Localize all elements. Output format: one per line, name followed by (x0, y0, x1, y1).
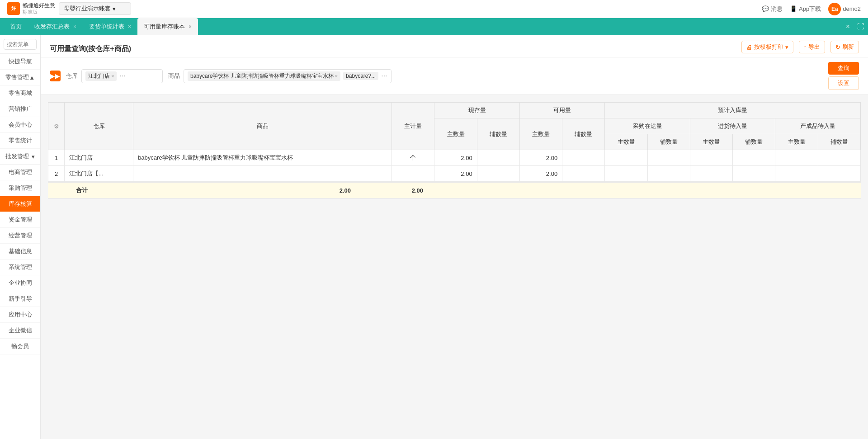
sidebar-inventory-label: 库存核算 (9, 200, 32, 208)
tab-available-stock[interactable]: 可用量库存账本 × (137, 18, 198, 35)
footer-values: 2.00 2.00 (120, 187, 856, 194)
export-label: 导出 (808, 43, 820, 51)
sidebar-item-member-plus[interactable]: 畅会员 (0, 339, 40, 354)
tab-home[interactable]: 首页 (4, 18, 28, 35)
product-filter-dots[interactable]: ··· (381, 72, 387, 80)
message-action[interactable]: 💬 消息 (762, 5, 783, 13)
footer-label: 合计 (52, 186, 111, 194)
sidebar-item-ecommerce-mgmt[interactable]: 电商管理 (0, 165, 40, 180)
sidebar-item-retail-mgmt[interactable]: 零售管理 ▲ (0, 70, 40, 85)
warehouse-tag-close[interactable]: × (111, 73, 114, 79)
tab-receipt-summary[interactable]: 收发存汇总表 × (28, 18, 83, 35)
sidebar-item-retail-mall[interactable]: 零售商城 (0, 85, 40, 101)
industry-selector[interactable]: 母婴行业演示账套 ▾ (59, 2, 131, 15)
tab-available-label: 可用量库存账本 (144, 23, 185, 31)
chevron-icon: ▲ (29, 74, 35, 81)
chevron-print-icon: ▾ (785, 44, 788, 51)
table-footer: 合计 2.00 2.00 (48, 182, 861, 198)
cell-available-main: 2.00 (519, 150, 562, 166)
page-header: 可用量查询(按仓库+商品) 🖨 按模板打印 ▾ ↑ 导出 ↻ 刷新 (41, 35, 868, 57)
logo-sub-text: 标准版 (23, 9, 55, 15)
sidebar-wholesale-label: 批发管理 (5, 152, 29, 160)
tab-home-label: 首页 (10, 23, 22, 31)
page-actions: 🖨 按模板打印 ▾ ↑ 导出 ↻ 刷新 (741, 41, 859, 57)
logo-area: 好 畅捷通好生意 标准版 (7, 2, 55, 15)
cell-incoming-aux (733, 166, 775, 182)
sidebar-item-inventory-check[interactable]: 库存核算 (0, 196, 40, 212)
cell-available-main: 2.00 (519, 166, 562, 182)
sidebar-item-quick-nav[interactable]: 快捷导航 (0, 54, 40, 70)
cell-prod-main (775, 166, 818, 182)
sidebar-item-operations-mgmt[interactable]: 经营管理 (0, 228, 40, 244)
product-filter-group: 商品 babycare学饮杯 儿童防摔防撞吸管杯重力球吸嘴杯宝宝水杯 × bab… (168, 69, 392, 83)
product-tag1-close[interactable]: × (335, 73, 338, 79)
content-area: 可用量查询(按仓库+商品) 🖨 按模板打印 ▾ ↑ 导出 ↻ 刷新 ▶▶ (41, 35, 868, 439)
tab-available-close[interactable]: × (189, 24, 192, 30)
refresh-icon: ↻ (835, 44, 840, 51)
user-action[interactable]: Ea demo2 (828, 3, 861, 15)
sidebar-retail-stats-label: 零售统计 (9, 137, 32, 145)
cell-incoming-main (690, 150, 732, 166)
filter-bar: ▶▶ 仓库 江北门店 × ··· 商品 babycare学饮杯 儿童防摔防撞吸管… (41, 57, 868, 95)
cell-incoming-main (690, 166, 732, 182)
tab-receipt-close[interactable]: × (73, 24, 76, 30)
query-button[interactable]: 查询 (828, 62, 859, 75)
th-procurement-transit: 采购在途量 (605, 118, 690, 134)
search-input[interactable] (4, 39, 37, 50)
product-tag2: babycare?... (343, 72, 378, 80)
sidebar-item-member-center[interactable]: 会员中心 (0, 117, 40, 133)
refresh-button[interactable]: ↻ 刷新 (830, 41, 859, 53)
product-filter-input[interactable]: babycare学饮杯 儿童防摔防撞吸管杯重力球吸嘴杯宝宝水杯 × babyca… (184, 69, 392, 83)
printer-icon: 🖨 (746, 44, 752, 51)
chevron-icon-wholesale: ▾ (32, 153, 35, 160)
sidebar-item-new-guide[interactable]: 新手引导 (0, 291, 40, 307)
close-all-tabs[interactable]: × (842, 23, 854, 31)
export-icon: ↑ (804, 44, 807, 51)
filter-expand-button[interactable]: ▶▶ (50, 71, 61, 81)
th-proc-main: 主数量 (605, 134, 647, 150)
tab-order-stats[interactable]: 要货单统计表 × (83, 18, 137, 35)
th-gear: ⚙ (48, 103, 65, 150)
sidebar-item-system-mgmt[interactable]: 系统管理 (0, 260, 40, 275)
tab-receipt-label: 收发存汇总表 (34, 23, 70, 31)
gear-icon[interactable]: ⚙ (53, 123, 60, 130)
sidebar-system-label: 系统管理 (9, 263, 32, 271)
maximize-icon[interactable]: ⛶ (857, 23, 864, 31)
sidebar-item-enterprise-wechat[interactable]: 企业微信 (0, 323, 40, 339)
sidebar-item-purchase-mgmt[interactable]: 采购管理 (0, 180, 40, 196)
table-wrapper: ⚙ 仓库 商品 主计量 现存量 (41, 95, 868, 439)
sidebar-marketing-label: 营销推广 (9, 105, 32, 113)
warehouse-filter-dots[interactable]: ··· (119, 72, 125, 80)
sidebar-item-app-center[interactable]: 应用中心 (0, 307, 40, 323)
main-layout: 快捷导航 零售管理 ▲ 零售商城 营销推广 会员中心 零售统计 批发管理 ▾ 电… (0, 35, 868, 439)
template-print-button[interactable]: 🖨 按模板打印 ▾ (741, 41, 793, 53)
sidebar-new-guide-label: 新手引导 (9, 295, 32, 303)
cell-product: babycare学饮杯 儿童防摔防撞吸管杯重力球吸嘴杯宝宝水杯 (133, 150, 392, 166)
table-row: 2 江北门店【... 2.00 2.00 (48, 166, 861, 182)
settings-button[interactable]: 设置 (828, 76, 859, 90)
footer-available-main: 2.00 (387, 187, 423, 194)
sidebar-finance-label: 资金管理 (9, 216, 32, 224)
cell-warehouse: 江北门店 (65, 150, 133, 166)
th-stock-aux-qty: 辅数量 (477, 118, 519, 150)
warehouse-tag-value: 江北门店 (88, 72, 110, 80)
tab-order-close[interactable]: × (128, 24, 131, 30)
sidebar-purchase-label: 采购管理 (9, 184, 32, 192)
export-button[interactable]: ↑ 导出 (799, 41, 826, 53)
sidebar-enterprise-wechat-label: 企业微信 (9, 326, 32, 335)
app-download-action[interactable]: 📱 App下载 (790, 5, 821, 13)
sidebar-item-wholesale-mgmt[interactable]: 批发管理 ▾ (0, 149, 40, 165)
cell-main-unit (392, 166, 434, 182)
app-icon: 📱 (790, 5, 797, 12)
sidebar-item-enterprise-collab[interactable]: 企业协同 (0, 275, 40, 291)
header-left: 好 畅捷通好生意 标准版 母婴行业演示账套 ▾ (7, 2, 131, 15)
sidebar-retail-mall-label: 零售商城 (9, 89, 32, 97)
sidebar-item-finance-mgmt[interactable]: 资金管理 (0, 212, 40, 228)
sidebar-item-basic-info[interactable]: 基础信息 (0, 244, 40, 260)
warehouse-filter-label: 仓库 (66, 72, 78, 80)
sidebar-item-marketing[interactable]: 营销推广 (0, 101, 40, 117)
warehouse-filter-input[interactable]: 江北门店 × ··· (81, 69, 163, 83)
cell-stock-aux (477, 166, 519, 182)
sidebar-item-retail-stats[interactable]: 零售统计 (0, 133, 40, 149)
th-available: 可用量 (519, 103, 605, 118)
